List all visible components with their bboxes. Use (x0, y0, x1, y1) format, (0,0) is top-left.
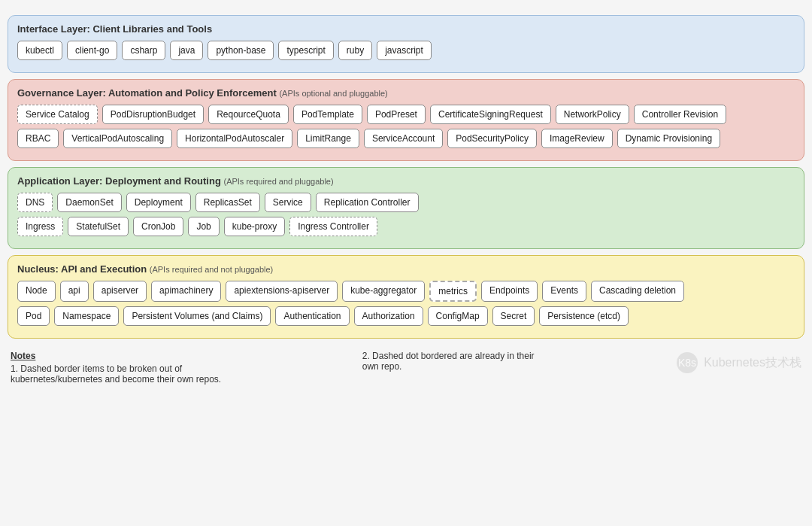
tag-apimachinery: apimachinery (151, 281, 221, 302)
tag-pod: Pod (17, 306, 50, 326)
note-1: 1. Dashed border items to be broken out … (11, 363, 221, 374)
tag-python-base: python-base (208, 41, 274, 60)
tag-controller-revision: Controller Revision (634, 105, 726, 124)
tag-kube-aggregator: kube-aggregator (342, 281, 425, 302)
tag-verticalpodautoscaling: VerticalPodAutoscaling (63, 129, 172, 148)
notes-title: Notes (11, 351, 221, 361)
tag-cronjob: CronJob (133, 217, 183, 236)
tag-limitrange: LimitRange (297, 129, 359, 148)
tag-rbac: RBAC (17, 129, 59, 148)
tag-reqourcequota: ReqourceQuota (208, 105, 289, 124)
tag-ruby: ruby (338, 41, 372, 60)
tag-csharp: csharp (122, 41, 165, 60)
tag-row-nucleus-1: PodNamespacePersistent Volumes (and Clai… (17, 306, 795, 326)
tag-row-governance-0: Service CatalogPodDisruptionBudgetReqour… (17, 105, 795, 124)
tag-podpreset: PodPreset (367, 105, 426, 124)
tag-row-application-0: DNSDaemonSetDeploymentReplicasSetService… (17, 193, 795, 212)
tag-metrics: metrics (429, 281, 477, 302)
tag-poddisruptionbudget: PodDisruptionBudget (102, 105, 204, 124)
tag-events: Events (542, 281, 586, 302)
watermark: K8s Kubernetes技术栈 (675, 351, 801, 375)
tag-dynamic-provisioning: Dynamic Provisioning (617, 129, 720, 148)
tag-configmap: ConfigMap (428, 306, 488, 326)
tag-row-governance-1: RBACVerticalPodAutoscalingHorizontalPodA… (17, 129, 795, 148)
tag-statefulset: StatefulSet (68, 217, 129, 236)
tag-persistent-volumes-and-claims: Persistent Volumes (and Claims) (123, 306, 271, 326)
layer-nucleus: Nucleus: API and Execution (APIs require… (8, 255, 804, 339)
note-3b: own repo. (362, 361, 535, 372)
note-3: 2. Dashed dot bordered are already in th… (362, 351, 535, 361)
tag-dns: DNS (17, 193, 53, 212)
tag-deployment: Deployment (126, 193, 191, 212)
tag-client-go: client-go (67, 41, 117, 60)
tag-ingress-controller: Ingress Controller (289, 217, 377, 236)
tag-service-catalog: Service Catalog (17, 105, 98, 124)
tag-apiserver: apiserver (93, 281, 147, 302)
tag-authentication: Authentication (275, 306, 349, 326)
tag-row-nucleus-0: Nodeapiapiserverapimachineryapiextension… (17, 281, 795, 302)
layer-application: Application Layer: Deployment and Routin… (8, 167, 804, 249)
tag-podsecuritypolicy: PodSecurityPolicy (447, 129, 537, 148)
tag-apiextensions-apiserver: apiextensions-apiserver (226, 281, 338, 302)
tag-replication-controller: Replication Controller (316, 193, 419, 212)
tag-node: Node (17, 281, 56, 302)
tag-job: Job (188, 217, 219, 236)
tag-daemonset: DaemonSet (57, 193, 121, 212)
tag-cascading-deletion: Cascading deletion (591, 281, 684, 302)
tag-ingress: Ingress (17, 217, 63, 236)
tag-service: Service (265, 193, 311, 212)
svg-text:K8s: K8s (678, 357, 696, 369)
tag-authorization: Authorization (354, 306, 423, 326)
tag-java: java (170, 41, 203, 60)
tag-horizontalpodautoscaler: HorizontalPodAutoscaler (177, 129, 292, 148)
notes-section: Notes 1. Dashed border items to be broke… (8, 345, 804, 393)
layer-title-nucleus: Nucleus: API and Execution (APIs require… (17, 263, 795, 275)
tag-serviceaccount: ServiceAccount (364, 129, 443, 148)
tag-javascript: javascript (377, 41, 432, 60)
tag-replicasset: ReplicasSet (195, 193, 260, 212)
tag-persistence-etcd: Persistence (etcd) (539, 306, 629, 326)
tag-certificatesigningrequest: CertificateSigningRequest (430, 105, 551, 124)
layer-interface: Interface Layer: Client Libraries and To… (8, 15, 804, 73)
tag-secret: Secret (492, 306, 535, 326)
tag-row-interface-0: kubectlclient-gocsharpjavapython-basetyp… (17, 41, 795, 60)
layer-title-governance: Governance Layer: Automation and Policy … (17, 87, 795, 99)
layer-governance: Governance Layer: Automation and Policy … (8, 79, 804, 161)
layer-title-interface: Interface Layer: Client Libraries and To… (17, 23, 795, 35)
tag-namespace: Namespace (54, 306, 119, 326)
tag-kube-proxy: kube-proxy (224, 217, 285, 236)
tag-api: api (60, 281, 89, 302)
layer-title-application: Application Layer: Deployment and Routin… (17, 175, 795, 187)
tag-podtemplate: PodTemplate (293, 105, 362, 124)
tag-row-application-1: IngressStatefulSetCronJobJobkube-proxyIn… (17, 217, 795, 236)
tag-imagereview: ImageReview (541, 129, 613, 148)
tag-kubectl: kubectl (17, 41, 62, 60)
tag-endpoints: Endpoints (481, 281, 538, 302)
tag-typescript: typescript (278, 41, 333, 60)
tag-networkpolicy: NetworkPolicy (556, 105, 629, 124)
note-1b: kubernetes/kubernetes and become their o… (11, 374, 221, 385)
